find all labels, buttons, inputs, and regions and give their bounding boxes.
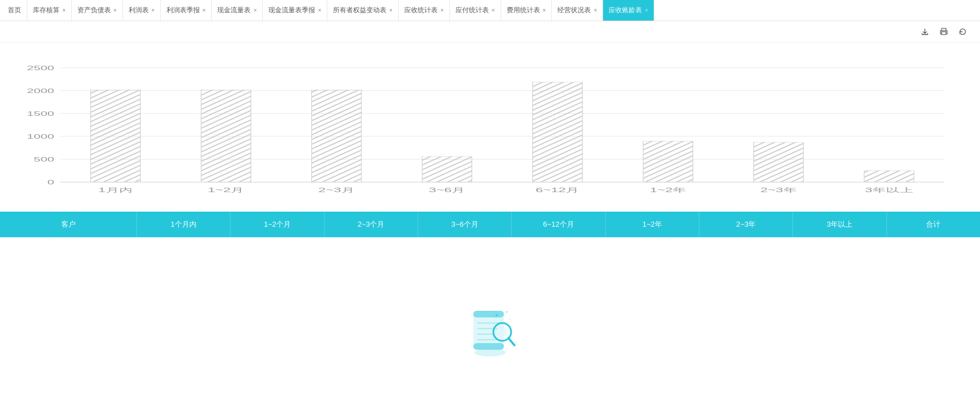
tab-label: 应收账龄表 bbox=[609, 6, 642, 15]
print-icon bbox=[940, 28, 948, 36]
refresh-icon bbox=[959, 28, 967, 36]
bar-chart: 050010001500200025001月内1~2月2~3月3~6月6~12月… bbox=[11, 48, 969, 204]
svg-text:2000: 2000 bbox=[27, 88, 54, 94]
svg-text:1~2月: 1~2月 bbox=[208, 187, 244, 193]
tab-label: 经营状况表 bbox=[557, 6, 591, 15]
tab-label: 现金流量表季报 bbox=[268, 6, 315, 15]
svg-point-51 bbox=[506, 311, 508, 313]
refresh-button[interactable] bbox=[959, 28, 969, 36]
tab-label: 利润表季报 bbox=[166, 6, 200, 15]
empty-state bbox=[0, 237, 980, 401]
table-header-cell-4: 3~6个月 bbox=[418, 212, 512, 237]
table-body bbox=[0, 237, 980, 401]
svg-rect-36 bbox=[864, 170, 914, 182]
page-header bbox=[0, 21, 980, 43]
svg-rect-42 bbox=[473, 343, 504, 350]
chart-area: 050010001500200025001月内1~2月2~3月3~6月6~12月… bbox=[0, 43, 980, 212]
tab-close-icon[interactable]: × bbox=[440, 7, 444, 13]
tab-close-icon[interactable]: × bbox=[318, 7, 321, 13]
tab-close-icon[interactable]: × bbox=[645, 7, 648, 13]
svg-text:2500: 2500 bbox=[27, 65, 54, 71]
tab-label: 首页 bbox=[8, 6, 21, 15]
tab-close-icon[interactable]: × bbox=[203, 7, 206, 13]
table-header-cell-7: 2~3年 bbox=[699, 212, 793, 237]
tab-item-receivable-aging[interactable]: 应收账龄表× bbox=[603, 0, 654, 21]
tab-item-receivable-stats[interactable]: 应收统计表× bbox=[399, 0, 450, 21]
svg-rect-41 bbox=[473, 311, 504, 317]
tab-close-icon[interactable]: × bbox=[253, 7, 257, 13]
tab-label: 应收统计表 bbox=[404, 6, 438, 15]
svg-text:1~2年: 1~2年 bbox=[650, 187, 687, 193]
svg-rect-24 bbox=[201, 90, 251, 182]
svg-rect-34 bbox=[754, 143, 803, 182]
svg-rect-30 bbox=[533, 82, 582, 182]
svg-text:6~12月: 6~12月 bbox=[536, 187, 580, 193]
svg-text:0: 0 bbox=[47, 179, 54, 185]
tab-close-icon[interactable]: × bbox=[114, 7, 117, 13]
svg-line-49 bbox=[508, 338, 514, 345]
table-header-cell-6: 1~2年 bbox=[606, 212, 699, 237]
svg-text:3年以上: 3年以上 bbox=[865, 187, 913, 193]
empty-illustration bbox=[457, 294, 523, 361]
svg-text:1月内: 1月内 bbox=[98, 187, 133, 193]
table-header-cell-3: 2~3个月 bbox=[325, 212, 418, 237]
svg-point-48 bbox=[497, 326, 508, 338]
maximize-button[interactable] bbox=[961, 9, 966, 12]
window-actions bbox=[949, 9, 978, 12]
table-header-cell-9: 合计 bbox=[887, 212, 980, 237]
table-header: 客户1个月内1~2个月2~3个月3~6个月6~12个月1~2年2~3年3年以上合… bbox=[0, 212, 980, 237]
table-header-cell-1: 1个月内 bbox=[137, 212, 231, 237]
tab-item-inventory[interactable]: 库存核算× bbox=[27, 0, 72, 21]
tab-item-equity[interactable]: 所有者权益变动表× bbox=[327, 0, 399, 21]
tab-label: 费用统计表 bbox=[507, 6, 540, 15]
close-button[interactable] bbox=[969, 9, 973, 12]
tab-label: 应付统计表 bbox=[455, 6, 489, 15]
tab-close-icon[interactable]: × bbox=[389, 7, 393, 13]
tab-label: 利润表 bbox=[129, 6, 149, 15]
tab-label: 所有者权益变动表 bbox=[333, 6, 386, 15]
svg-rect-22 bbox=[91, 90, 140, 182]
tab-item-operation[interactable]: 经营状况表× bbox=[552, 0, 603, 21]
table-header-cell-0: 客户 bbox=[0, 212, 137, 237]
tab-item-profit-quarterly[interactable]: 利润表季报× bbox=[161, 0, 212, 21]
table-header-cell-8: 3年以上 bbox=[793, 212, 886, 237]
tab-item-expense-stats[interactable]: 费用统计表× bbox=[501, 0, 552, 21]
svg-text:3~6月: 3~6月 bbox=[429, 187, 465, 193]
tab-item-balance-sheet[interactable]: 资产负债表× bbox=[72, 0, 123, 21]
download-button[interactable] bbox=[921, 28, 931, 36]
tab-close-icon[interactable]: × bbox=[492, 7, 495, 13]
svg-point-39 bbox=[474, 349, 506, 356]
tab-item-payable-stats[interactable]: 应付统计表× bbox=[450, 0, 501, 21]
svg-text:1000: 1000 bbox=[27, 134, 54, 140]
tab-item-home[interactable]: 首页 bbox=[2, 0, 27, 21]
table-header-cell-2: 1~2个月 bbox=[231, 212, 324, 237]
tab-close-icon[interactable]: × bbox=[151, 7, 155, 13]
svg-rect-1 bbox=[942, 32, 946, 35]
tab-close-icon[interactable]: × bbox=[62, 7, 66, 13]
tab-bar: 首页库存核算×资产负债表×利润表×利润表季报×现金流量表×现金流量表季报×所有者… bbox=[0, 0, 980, 21]
download-icon bbox=[921, 28, 929, 36]
svg-text:2~3年: 2~3年 bbox=[760, 187, 797, 193]
tab-close-icon[interactable]: × bbox=[594, 7, 597, 13]
svg-rect-26 bbox=[312, 90, 361, 182]
svg-text:500: 500 bbox=[33, 157, 54, 163]
tab-item-cashflow-quarterly[interactable]: 现金流量表季报× bbox=[263, 0, 327, 21]
svg-text:2~3月: 2~3月 bbox=[318, 187, 355, 193]
tab-item-cashflow[interactable]: 现金流量表× bbox=[212, 0, 263, 21]
tab-close-icon[interactable]: × bbox=[543, 7, 546, 13]
svg-rect-28 bbox=[422, 157, 472, 182]
tab-label: 现金流量表 bbox=[217, 6, 251, 15]
svg-rect-0 bbox=[942, 28, 946, 31]
page-actions bbox=[921, 28, 969, 36]
tab-label: 资产负债表 bbox=[77, 6, 111, 15]
page-container: 050010001500200025001月内1~2月2~3月3~6月6~12月… bbox=[0, 21, 980, 401]
table-header-cell-5: 6~12个月 bbox=[512, 212, 605, 237]
minimize-button[interactable] bbox=[953, 9, 958, 12]
svg-text:1500: 1500 bbox=[27, 111, 54, 117]
svg-rect-32 bbox=[643, 141, 693, 182]
tab-item-profit[interactable]: 利润表× bbox=[123, 0, 161, 21]
svg-point-50 bbox=[496, 314, 498, 316]
print-button[interactable] bbox=[940, 28, 950, 36]
tab-label: 库存核算 bbox=[33, 6, 60, 15]
svg-point-52 bbox=[509, 319, 511, 320]
